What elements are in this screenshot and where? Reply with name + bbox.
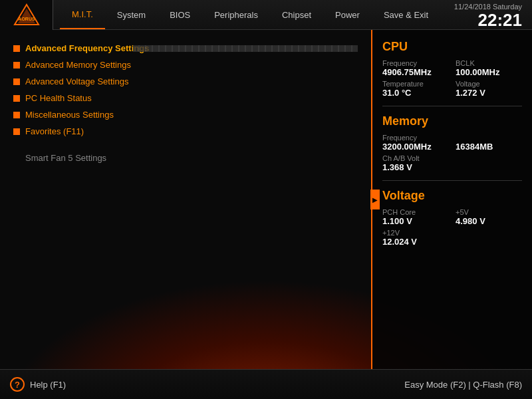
memory-voltage-divider <box>382 180 522 181</box>
menu-item-label-favorites: Favorites (F11) <box>25 126 84 136</box>
aorus-logo: AORUS <box>13 3 40 27</box>
nav-item-system[interactable]: System <box>105 0 158 29</box>
plus5v-value: 4.980 V <box>456 216 522 226</box>
bullet-icon <box>13 45 20 52</box>
memory-info-grid: Frequency 3200.00MHz 16384MB <box>382 134 522 152</box>
header: AORUS M.I.T. System BIOS Peripherals Chi… <box>0 0 532 30</box>
help-label[interactable]: Help (F1) <box>30 380 66 390</box>
voltage-info-grid: PCH Core 1.100 V +5V 4.980 V <box>382 208 522 226</box>
memory-section: Memory Frequency 3200.00MHz 16384MB Ch A… <box>382 114 522 172</box>
memory-size-spacer <box>456 134 522 142</box>
cpu-freq-label-col: Frequency 4906.75MHz <box>382 59 449 77</box>
memory-ch-volt-value: 1.368 V <box>382 162 522 172</box>
bullet-icon <box>13 62 20 68</box>
menu-item-advanced-volt[interactable]: Advanced Voltage Settings <box>13 73 358 90</box>
cpu-frequency-value: 4906.75MHz <box>382 67 449 77</box>
memory-size-col: 16384MB <box>456 134 522 152</box>
nav-item-mit[interactable]: M.I.T. <box>60 0 105 29</box>
logo-area: AORUS <box>0 0 53 30</box>
right-panel: CPU Frequency 4906.75MHz BCLK 100.00MHz … <box>372 30 532 369</box>
menu-item-label-advanced-mem: Advanced Memory Settings <box>25 60 131 70</box>
pch-core-label: PCH Core <box>382 208 449 216</box>
memory-freq-col: Frequency 3200.00MHz <box>382 134 449 152</box>
cpu-bclk-value: 100.00MHz <box>456 67 522 77</box>
memory-ch-volt-label: Ch A/B Volt <box>382 154 522 162</box>
memory-frequency-value: 3200.00MHz <box>382 142 449 152</box>
time-display: 22:21 <box>454 11 522 30</box>
memory-title: Memory <box>382 114 522 128</box>
svg-text:AORUS: AORUS <box>18 17 35 21</box>
bullet-icon <box>13 112 20 118</box>
smart-fan-settings[interactable]: Smart Fan 5 Settings <box>13 150 358 166</box>
plus5v-col: +5V 4.980 V <box>456 208 522 226</box>
menu-item-pc-health[interactable]: PC Health Status <box>13 90 358 106</box>
active-decoration <box>133 45 358 52</box>
bullet-icon <box>13 95 20 102</box>
pch-core-col: PCH Core 1.100 V <box>382 208 449 226</box>
cpu-section: CPU Frequency 4906.75MHz BCLK 100.00MHz … <box>382 40 522 98</box>
nav-item-chipset[interactable]: Chipset <box>270 0 323 29</box>
voltage-section: Voltage PCH Core 1.100 V +5V 4.980 V +12… <box>382 189 522 247</box>
cpu-info-grid: Frequency 4906.75MHz BCLK 100.00MHz Temp… <box>382 59 522 98</box>
nav-item-power[interactable]: Power <box>323 0 372 29</box>
footer-left: ? Help (F1) <box>10 377 66 392</box>
cpu-temperature-label: Temperature <box>382 80 449 88</box>
cpu-voltage-label: Voltage <box>456 80 522 88</box>
nav-item-save-exit[interactable]: Save & Exit <box>372 0 440 29</box>
cpu-temp-col: Temperature 31.0 °C <box>382 80 449 98</box>
menu-item-advanced-mem[interactable]: Advanced Memory Settings <box>13 57 358 73</box>
menu-item-advanced-freq[interactable]: Advanced Frequency Settings <box>13 40 358 57</box>
plus5v-label: +5V <box>456 208 522 216</box>
bullet-icon <box>13 78 20 85</box>
plus12v-label: +12V <box>382 229 522 237</box>
plus12v-row: +12V 12.024 V <box>382 229 522 247</box>
menu-item-label-advanced-volt: Advanced Voltage Settings <box>25 76 128 86</box>
voltage-title: Voltage <box>382 189 522 203</box>
menu-item-label-advanced-freq: Advanced Frequency Settings <box>25 43 149 53</box>
menu-item-label-misc: Miscellaneous Settings <box>25 110 114 120</box>
cpu-bclk-label: BCLK <box>456 59 522 67</box>
menu-item-misc[interactable]: Miscellaneous Settings <box>13 106 358 123</box>
footer-right: Easy Mode (F2) | Q-Flash (F8) <box>404 380 522 390</box>
nav-item-bios[interactable]: BIOS <box>158 0 202 29</box>
cpu-voltage-value: 1.272 V <box>456 88 522 98</box>
memory-size-value: 16384MB <box>456 142 522 152</box>
help-icon: ? <box>10 377 25 392</box>
memory-frequency-label: Frequency <box>382 134 449 142</box>
nav-item-peripherals[interactable]: Peripherals <box>202 0 270 29</box>
cpu-temperature-value: 31.0 °C <box>382 88 449 98</box>
footer: ? Help (F1) Easy Mode (F2) | Q-Flash (F8… <box>0 369 532 399</box>
cpu-frequency-label: Frequency <box>382 59 449 67</box>
menu-item-label-pc-health: PC Health Status <box>25 93 92 103</box>
cpu-memory-divider <box>382 106 522 106</box>
left-panel: Advanced Frequency Settings Advanced Mem… <box>0 30 372 369</box>
plus12v-value: 12.024 V <box>382 237 522 247</box>
pch-core-value: 1.100 V <box>382 216 449 226</box>
cpu-title: CPU <box>382 40 522 54</box>
panel-collapse-arrow[interactable]: ▶ <box>370 190 380 209</box>
cpu-volt-col: Voltage 1.272 V <box>456 80 522 98</box>
main-content: Advanced Frequency Settings Advanced Mem… <box>0 30 532 369</box>
bullet-icon <box>13 128 20 135</box>
datetime: 11/24/2018 Saturday 22:21 <box>454 3 522 30</box>
cpu-bclk-col: BCLK 100.00MHz <box>456 59 522 77</box>
menu-item-favorites[interactable]: Favorites (F11) <box>13 123 358 140</box>
